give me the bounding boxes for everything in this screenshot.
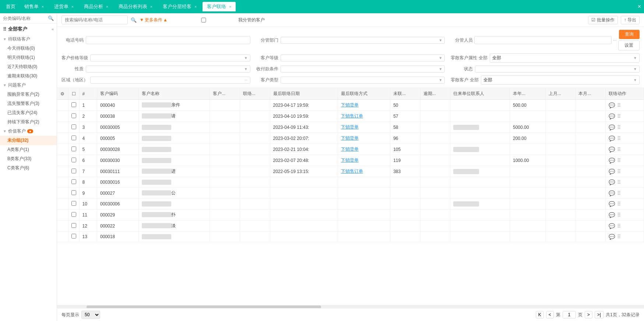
- filter-select-dept[interactable]: ▼: [281, 37, 445, 44]
- query-button[interactable]: 查询: [619, 30, 640, 39]
- sidebar-item-tomorrow[interactable]: 明天待联络(1): [0, 53, 57, 62]
- td-checkbox[interactable]: [68, 232, 79, 242]
- nav-tab-purchase[interactable]: 进货单 ×: [50, 2, 78, 11]
- filter-select-nature[interactable]: ▼: [86, 66, 250, 73]
- contact-action-icon[interactable]: 💬: [609, 179, 615, 185]
- filter-select-scatter-attr[interactable]: 全部 ▼: [490, 53, 640, 63]
- filter-select-price-level[interactable]: ▼: [90, 54, 250, 61]
- th-this-year[interactable]: 本年...: [510, 88, 545, 100]
- filter-select-scatter[interactable]: 全部 ▼: [481, 75, 640, 85]
- filter-input-manager[interactable]: [474, 36, 612, 44]
- filter-select-payment[interactable]: ▼: [281, 66, 445, 73]
- horizontal-scrollbar[interactable]: [57, 305, 644, 308]
- sidebar-group-pending[interactable]: ▼ 待联络客户: [0, 35, 57, 44]
- th-overdue[interactable]: 逾期...: [420, 88, 450, 100]
- more-action-icon[interactable]: ⠿: [617, 169, 621, 174]
- more-conditions-btn[interactable]: ▼ 更多条件 ▲: [140, 17, 168, 23]
- filter-select-status[interactable]: ▼: [475, 66, 640, 73]
- td-checkbox[interactable]: [68, 221, 79, 232]
- more-action-icon[interactable]: ⠿: [617, 113, 621, 119]
- nav-tab-customer-contact[interactable]: 客户联络 ×: [203, 2, 236, 11]
- row-checkbox[interactable]: [71, 201, 76, 206]
- more-action-icon[interactable]: ⠿: [617, 190, 621, 196]
- sidebar-search-input[interactable]: [3, 16, 46, 21]
- close-tab-customer-contact[interactable]: ×: [229, 4, 231, 9]
- sidebar-item-overdue[interactable]: 逾期未联络(30): [0, 71, 57, 81]
- page-size-select[interactable]: 50 100: [81, 311, 100, 319]
- nav-tab-home[interactable]: 首页: [3, 2, 18, 11]
- sidebar-item-declining[interactable]: 持续下滑客户(2): [0, 117, 57, 127]
- sidebar-item-churned[interactable]: 已流失客户(24): [0, 108, 57, 117]
- close-tab-customer-segment[interactable]: ×: [194, 4, 197, 9]
- row-checkbox[interactable]: [71, 169, 76, 173]
- filter-select-customer-type[interactable]: ▼: [281, 77, 445, 84]
- row-checkbox[interactable]: [71, 113, 76, 118]
- sidebar-group-problem[interactable]: ▼ 问题客户: [0, 81, 57, 90]
- row-checkbox[interactable]: [71, 223, 76, 228]
- contact-action-icon[interactable]: 💬: [609, 124, 615, 130]
- row-checkbox[interactable]: [71, 158, 76, 162]
- th-code[interactable]: 客户编码: [97, 88, 139, 100]
- sidebar-item-class-a[interactable]: A类客户(1): [0, 145, 57, 154]
- last-method-link[interactable]: 下销货单: [341, 102, 359, 107]
- th-type[interactable]: 客户...: [210, 88, 240, 100]
- th-contact2[interactable]: 往来单位联系人: [450, 88, 510, 100]
- search-input[interactable]: [61, 15, 128, 24]
- sidebar-item-7days[interactable]: 近7天待联络(0): [0, 62, 57, 71]
- filter-select-region[interactable]: ···: [90, 77, 250, 84]
- th-not-contact[interactable]: 未联...: [390, 88, 420, 100]
- sidebar-all-customers[interactable]: ⠿ 全部客户 «: [0, 24, 57, 35]
- row-checkbox[interactable]: [71, 234, 76, 239]
- td-checkbox[interactable]: [68, 111, 79, 122]
- first-page-btn[interactable]: K: [536, 311, 544, 318]
- sidebar-group-value[interactable]: ▼ 价值客户 ●: [0, 127, 57, 136]
- contact-action-icon[interactable]: 💬: [609, 113, 615, 119]
- contact-action-icon[interactable]: 💬: [609, 147, 615, 152]
- close-tab-analysis[interactable]: ×: [106, 4, 108, 9]
- nav-tab-sales[interactable]: 销售单 ×: [20, 2, 48, 11]
- last-method-link[interactable]: 下销货单: [341, 135, 359, 141]
- more-action-icon[interactable]: ⠿: [617, 201, 621, 207]
- sidebar-item-abnormal[interactable]: 囤购异常客户(2): [0, 90, 57, 99]
- more-action-icon[interactable]: ⠿: [617, 179, 621, 185]
- td-checkbox[interactable]: [68, 144, 79, 155]
- contact-action-icon[interactable]: 💬: [609, 234, 615, 240]
- td-checkbox[interactable]: [68, 199, 79, 209]
- contact-action-icon[interactable]: 💬: [609, 223, 615, 229]
- th-last-method[interactable]: 最后联络方式: [338, 88, 390, 100]
- sidebar-item-class-b[interactable]: B类客户(33): [0, 154, 57, 163]
- row-checkbox[interactable]: [71, 135, 76, 140]
- more-action-icon[interactable]: ⠿: [617, 158, 621, 163]
- th-last-month[interactable]: 上月...: [545, 88, 576, 100]
- sidebar-item-today[interactable]: 今天待联络(0): [0, 44, 57, 53]
- td-checkbox[interactable]: [68, 209, 79, 221]
- th-name[interactable]: 客户名称: [138, 88, 210, 100]
- last-method-link[interactable]: 下销货单: [341, 158, 359, 163]
- row-checkbox[interactable]: [71, 190, 76, 195]
- manager-more-icon[interactable]: ···: [613, 38, 617, 43]
- page-number-input[interactable]: [563, 311, 576, 318]
- row-checkbox[interactable]: [71, 102, 76, 107]
- sidebar-item-churn-warning[interactable]: 流失预警客户(3): [0, 99, 57, 108]
- td-checkbox[interactable]: [68, 122, 79, 133]
- filter-input-phone[interactable]: [86, 36, 250, 44]
- last-method-link[interactable]: 下销售订单: [341, 113, 363, 119]
- close-tab-analysis-list[interactable]: ×: [150, 4, 152, 9]
- td-checkbox[interactable]: [68, 188, 79, 199]
- contact-action-icon[interactable]: 💬: [609, 190, 615, 196]
- th-this-month[interactable]: 本月...: [576, 88, 606, 100]
- contact-action-icon[interactable]: 💬: [609, 201, 615, 207]
- th-settings[interactable]: ⚙: [57, 88, 68, 100]
- collapse-icon[interactable]: «: [52, 27, 54, 31]
- nav-tab-analysis[interactable]: 商品分析 ×: [80, 2, 113, 11]
- nav-tab-analysis-list[interactable]: 商品分析列表 ×: [114, 2, 157, 11]
- prev-page-btn[interactable]: <: [546, 311, 554, 318]
- contact-action-icon[interactable]: 💬: [609, 102, 615, 108]
- row-checkbox[interactable]: [71, 179, 76, 184]
- row-checkbox[interactable]: [71, 212, 76, 217]
- last-method-link[interactable]: 下销售订单: [341, 169, 363, 174]
- next-page-btn[interactable]: >: [585, 311, 592, 318]
- my-customers-checkbox[interactable]: [170, 18, 237, 22]
- nav-tab-customer-segment[interactable]: 客户分层经客 ×: [158, 2, 201, 11]
- last-method-link[interactable]: 下销货单: [341, 147, 359, 152]
